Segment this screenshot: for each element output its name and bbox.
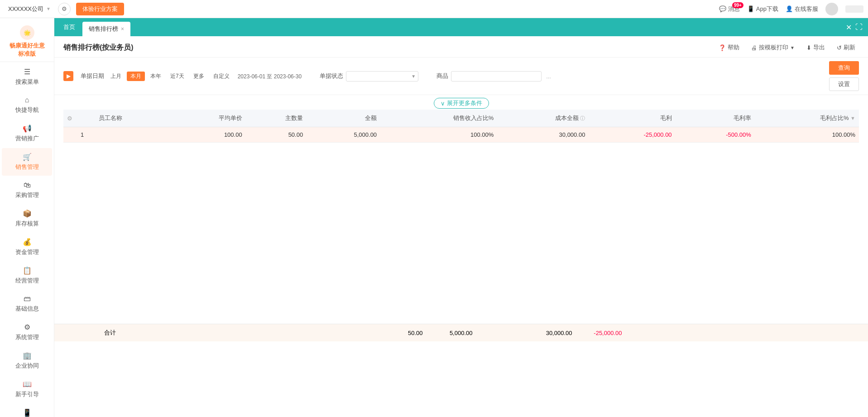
settings-button[interactable]: 设置 (829, 77, 859, 91)
sidebar-label-guide: 新手引导 (15, 390, 39, 398)
date-option-上月[interactable]: 上月 (107, 72, 125, 81)
sidebar-label-finance: 资金管理 (15, 248, 39, 256)
table-container: ⚙ 员工名称 平均单价 主数量 全额 销售收入占比% 成本全额 ⓘ 毛利 毛利率 (54, 110, 868, 143)
tab-sales-ranking[interactable]: 销售排行榜 × (82, 22, 130, 36)
logo-icon: 🌟 (19, 24, 35, 41)
settings-icon[interactable]: ⚙ (58, 3, 71, 15)
sidebar-item-system[interactable]: ⚙ 系统管理 (2, 318, 52, 346)
window-close-icon[interactable]: ✕ (846, 23, 852, 32)
sidebar-label-basic-info: 基础信息 (15, 305, 39, 313)
refresh-button[interactable]: ↺ 刷新 (833, 42, 859, 53)
goods-input[interactable] (451, 71, 542, 81)
message-icon: 💬 (719, 5, 726, 12)
col-quantity: 主数量 (246, 110, 307, 127)
page-actions: ❓ 帮助 🖨 按模板打印 ▼ ⬇ 导出 ↺ 刷新 (715, 42, 859, 53)
tab-home[interactable]: 首页 (56, 18, 82, 36)
top-bar: XXXXXX公司 ▼ ⚙ 体验行业方案 💬 消息 99+ 📱 App下载 👤 在… (0, 0, 868, 18)
sidebar-item-operations[interactable]: 📋 经营管理 (2, 262, 52, 289)
sidebar-item-marketing[interactable]: 📢 营销推广 (2, 120, 52, 147)
filter-section: ▶ 单据日期 上月本月本年近7天更多自定义 2023-06-01 至 2023-… (54, 58, 868, 95)
sidebar-icon-quick-nav: ⌂ (25, 96, 29, 104)
date-option-本年[interactable]: 本年 (147, 72, 165, 81)
expand-more-row: ∨ 展开更多条件 (54, 95, 868, 110)
date-option-本月[interactable]: 本月 (127, 72, 145, 81)
export-icon: ⬇ (806, 44, 811, 51)
sidebar-item-guide[interactable]: 📖 新手引导 (2, 375, 52, 403)
row-gross-rate: -500.00% (676, 127, 755, 143)
sidebar-item-basic-info[interactable]: 🗃 基础信息 (2, 290, 52, 317)
col-amount: 全额 (307, 110, 380, 127)
table-body: 1 100.00 50.00 5,000.00 100.00% 30,000.0… (63, 127, 859, 143)
app-download-button[interactable]: 📱 App下载 (747, 5, 778, 13)
table-header-row: ⚙ 员工名称 平均单价 主数量 全额 销售收入占比% 成本全额 ⓘ 毛利 毛利率 (63, 110, 859, 127)
date-option-自定义[interactable]: 自定义 (210, 72, 233, 81)
export-button[interactable]: ⬇ 导出 (803, 42, 829, 53)
status-select[interactable] (346, 71, 418, 81)
query-button[interactable]: 查询 (829, 61, 859, 75)
footer-amount: 5,000.00 (423, 330, 473, 336)
sidebar-item-purchase[interactable]: 🛍 采购管理 (2, 177, 52, 204)
sidebar-item-inventory[interactable]: 📦 库存核算 (2, 205, 52, 232)
date-options: 上月本月本年近7天更多自定义 (107, 72, 233, 81)
sidebar-item-enterprise[interactable]: 🏢 企业协同 (2, 347, 52, 374)
status-label: 单据状态 (320, 72, 343, 80)
sidebar-label-inventory: 库存核算 (15, 220, 39, 228)
tab-close-icon[interactable]: × (121, 26, 124, 32)
sidebar-label-purchase: 采购管理 (15, 191, 39, 199)
row-gross-ratio: 100.00% (755, 127, 859, 143)
row-name (95, 127, 170, 143)
cost-info-icon: ⓘ (580, 115, 585, 121)
sidebar-item-quick-nav[interactable]: ⌂ 快捷导航 (2, 91, 52, 119)
row-settings (63, 127, 77, 143)
col-settings[interactable]: ⚙ (63, 110, 77, 127)
col-gross: 毛利 (589, 110, 675, 127)
sidebar-item-sales[interactable]: 🛒 销售管理 (2, 148, 52, 176)
sidebar-label-marketing: 营销推广 (15, 134, 39, 143)
more-conditions-icon[interactable]: ... (546, 73, 551, 80)
company-selector[interactable]: XXXXXX公司 ▼ (5, 3, 54, 15)
data-table: ⚙ 员工名称 平均单价 主数量 全额 销售收入占比% 成本全额 ⓘ 毛利 毛利率 (63, 110, 859, 143)
date-option-更多[interactable]: 更多 (190, 72, 208, 81)
col-sales-ratio: 销售收入占比% (380, 110, 497, 127)
online-service-button[interactable]: 👤 在线客服 (786, 5, 818, 13)
row-amount: 5,000.00 (307, 127, 380, 143)
table-row: 1 100.00 50.00 5,000.00 100.00% 30,000.0… (63, 127, 859, 143)
sidebar-label-enterprise: 企业协同 (15, 362, 39, 370)
footer-gross: -25,000.00 (572, 330, 622, 336)
col-gross-rate: 毛利率 (676, 110, 755, 127)
date-option-近7天[interactable]: 近7天 (167, 72, 188, 81)
sidebar-label-search-order: 搜索菜单 (15, 78, 39, 86)
help-button[interactable]: ❓ 帮助 (715, 42, 743, 53)
sidebar-item-app-center[interactable]: 📱 应用中心 (2, 404, 52, 417)
template-print-button[interactable]: 🖨 按模板打印 ▼ (748, 42, 798, 53)
print-icon: 🖨 (751, 44, 757, 51)
avatar[interactable] (825, 3, 838, 15)
trial-button[interactable]: 体验行业方案 (76, 3, 124, 15)
sidebar-icon-enterprise: 🏢 (23, 351, 32, 360)
goods-label: 商品 (436, 72, 448, 80)
arrow-right-icon: ▶ (67, 73, 71, 79)
top-right-area: 💬 消息 99+ 📱 App下载 👤 在线客服 (719, 3, 863, 15)
page-content: 销售排行榜(按业务员) ❓ 帮助 🖨 按模板打印 ▼ ⬇ 导出 (54, 36, 868, 417)
tab-label: 销售排行榜 (89, 25, 118, 33)
expand-conditions-button[interactable]: ∨ 展开更多条件 (434, 98, 489, 109)
company-name: XXXXXX公司 (8, 5, 43, 13)
service-icon: 👤 (786, 5, 793, 12)
message-button[interactable]: 💬 消息 99+ (719, 5, 740, 13)
tab-bar-right: ✕ ⛶ (846, 23, 866, 32)
help-icon: ❓ (719, 44, 726, 51)
window-expand-icon[interactable]: ⛶ (855, 23, 863, 31)
sidebar-icon-inventory: 📦 (23, 209, 32, 218)
date-range: 2023-06-01 至 2023-06-30 (238, 73, 302, 81)
gross-ratio-info-icon: ▼ (850, 115, 855, 121)
sidebar-item-finance[interactable]: 💰 资金管理 (2, 233, 52, 261)
sidebar-label-sales: 销售管理 (15, 163, 39, 171)
content-area: 首页 销售排行榜 × ✕ ⛶ 销售排行榜(按业务员) ❓ 帮助 (54, 18, 868, 417)
sidebar-icon-marketing: 📢 (23, 124, 32, 133)
sidebar-item-search-order[interactable]: ☰ 搜索菜单 (2, 63, 52, 91)
table-footer: 合计 50.00 5,000.00 30,000.00 -25,000.00 (54, 324, 868, 341)
filter-toggle-button[interactable]: ▶ (63, 71, 73, 81)
refresh-icon: ↺ (837, 44, 842, 51)
logo-text: 畅康通好生意 标准版 (10, 42, 45, 58)
col-employee-name: 员工名称 (95, 110, 170, 127)
